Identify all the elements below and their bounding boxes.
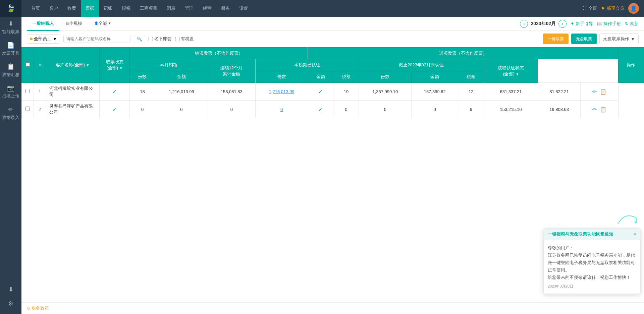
company-name-label: 客户名称(全部) [56, 62, 85, 67]
invoice-summary-icon: 📋 [7, 63, 14, 70]
smart-fetch-icon: ⬇ [8, 20, 13, 27]
sales-invoice-header: 销项发票（不含作废票） [130, 48, 308, 59]
sidebar-item-invoice-summary[interactable]: 📋 票据汇总 [0, 60, 21, 81]
nav-services[interactable]: 服务 [216, 0, 234, 17]
notif-body: 尊敬的用户： 江苏政务网已恢复访问电子税务局功能，易代账一键登陆电子税务局与无盘… [544, 240, 640, 294]
nav-tax[interactable]: 报税 [117, 0, 135, 17]
member-btn[interactable]: ▶ 畅享会员 [601, 5, 624, 11]
row1-edit-btn[interactable]: ✏ [591, 89, 598, 95]
sidebar-item-smart-fetch[interactable]: ⬇ 智能取票 [0, 17, 21, 38]
nav-invoice[interactable]: 票据 [81, 0, 99, 17]
search-button[interactable]: 🔍 [134, 35, 145, 43]
logo-icon: 🍃 [6, 4, 15, 13]
main-table: # 客户名称(全部) ▼ 取票状态 (全部) ▼ 销项发票（不含作废票） 进项发… [21, 47, 644, 118]
tab-small-scale[interactable]: ▤ 小规模 [61, 17, 88, 31]
tab-all[interactable]: 👤 全能 ▼ [89, 17, 117, 31]
footer-bar[interactable]: ⊙ 税务政策 [21, 302, 644, 314]
nav-settings[interactable]: 设置 [234, 0, 253, 17]
nav-messages[interactable]: 消息 [162, 0, 180, 17]
svg-point-0 [635, 221, 637, 224]
row2-certified-tax: 0 [412, 101, 458, 118]
sidebar-item-download[interactable]: ⬇ [0, 282, 21, 297]
sidebar: 🍃 ⬇ 智能取票 📄 发票开具 📋 票据汇总 📷 扫描上传 ✏ 票据录入 ⬇ ⚙ [0, 0, 21, 314]
nav-right: ⛶ 全屏 ▶ 畅享会员 👤 [583, 3, 639, 14]
row1-num: 1 [34, 83, 46, 101]
search-input[interactable] [63, 35, 130, 43]
row1-certified-count: 19 [333, 83, 359, 101]
nav-industry[interactable]: 工商项目 [135, 0, 162, 17]
sidebar-item-data-entry[interactable]: ✏ 票据录入 [0, 103, 21, 124]
data-entry-icon: ✏ [8, 106, 13, 113]
row1-certified-tax: 157,399.62 [412, 83, 458, 101]
filter-bar: 全部员工 ▼ 🔍 名下账套 有税盘 一键取票 无盘取票 无盘取票操作 ▼ [21, 31, 644, 47]
row1-sales-tax: 158,081.83 [208, 83, 255, 101]
notif-header: 一键报税与无盘取票功能恢复通知 × [544, 229, 640, 240]
cert-status-filter-icon[interactable]: ▼ [516, 72, 519, 76]
nav-management[interactable]: 管理 [180, 0, 198, 17]
notif-date: 2023年3月20日 [548, 283, 636, 290]
account-under-name-label[interactable]: 名下账套 [149, 36, 172, 42]
no-disk-fetch-btn[interactable]: 无盘取票 [571, 34, 597, 44]
nav-home[interactable]: 首页 [26, 0, 45, 17]
has-tax-disk-checkbox[interactable] [175, 37, 179, 41]
employee-select[interactable]: 全部员工 ▼ [27, 34, 60, 44]
row2-cert-status: ✓ [308, 101, 333, 118]
row1-fetch-status: ✓ [100, 83, 130, 101]
sidebar-item-label: 发票开具 [2, 50, 19, 56]
certified-header: 本税期已认证 [255, 59, 359, 71]
fetch-status-filter-icon[interactable]: ▼ [119, 66, 123, 70]
table-header-row-1: # 客户名称(全部) ▼ 取票状态 (全部) ▼ 销项发票（不含作废票） 进项发… [22, 48, 644, 59]
small-scale-icon: ▤ [66, 21, 69, 25]
cumulative-header: 连续12个月累计金额 [208, 59, 255, 83]
prev-month-btn[interactable]: ‹ [520, 20, 528, 28]
sidebar-item-label: 扫描上传 [2, 93, 19, 99]
nav-billing[interactable]: 收费 [63, 0, 81, 17]
cert-status-header: 获取认证状态(全部) ▼ [484, 59, 538, 83]
row1-uncert-amount: 631,337.21 [484, 83, 538, 101]
nav-client[interactable]: 客户 [45, 0, 63, 17]
num-header: # [34, 48, 46, 83]
fullscreen-btn[interactable]: ⛶ 全屏 [583, 5, 597, 11]
cert-amount-header: 金额 [308, 71, 333, 83]
row1-company: 河北柯橡胶实业有限公司 [46, 83, 100, 101]
user-avatar[interactable]: 👤 [628, 3, 639, 14]
row1-view-btn[interactable]: 📋 [599, 89, 607, 95]
has-tax-disk-label[interactable]: 有税盘 [175, 36, 194, 42]
row2-checkbox[interactable] [22, 101, 34, 118]
tab-general-taxpayer[interactable]: 一般纳税人 [27, 17, 59, 31]
notif-title: 一键报税与无盘取票功能恢复通知 [548, 231, 613, 237]
cert-tax-header: 税额 [333, 71, 359, 83]
row2-view-btn[interactable]: 📋 [599, 107, 607, 112]
no-disk-ops-btn[interactable]: 无盘取票操作 ▼ [599, 34, 639, 44]
company-filter-icon[interactable]: ▼ [86, 63, 90, 67]
sidebar-item-label: 票据汇总 [2, 72, 19, 78]
table-row: 1 河北柯橡胶实业有限公司 ✓ 18 1,216,013.99 158,081.… [22, 83, 644, 101]
row2-cumulative[interactable]: 0 [255, 101, 308, 118]
new-guide-btn[interactable]: ✦ 新手引导 [571, 21, 593, 27]
notif-body-text: 尊敬的用户： 江苏政务网已恢复访问电子税务局功能，易代账一键登陆电子税务局与无盘… [548, 244, 636, 281]
sidebar-item-settings[interactable]: ⚙ [0, 297, 21, 311]
row2-edit-btn[interactable]: ✏ [591, 107, 598, 112]
filter-right-buttons: 一键取票 无盘取票 无盘取票操作 ▼ [543, 34, 639, 44]
nav-bookkeeping[interactable]: 记账 [99, 0, 117, 17]
tab-actions: ✦ 新手引导 📖 操作手册 ↻ 刷新 [571, 21, 639, 27]
row1-checkbox[interactable] [22, 83, 34, 101]
sidebar-item-invoice-open[interactable]: 📄 发票开具 [0, 38, 21, 60]
nav-operations[interactable]: 经营 [198, 0, 216, 17]
fetch-status-header: 取票状态 (全部) ▼ [100, 48, 130, 83]
table-body: 1 河北柯橡胶实业有限公司 ✓ 18 1,216,013.99 158,081.… [22, 83, 644, 118]
refresh-btn[interactable]: ↻ 刷新 [625, 21, 639, 27]
checkbox-header[interactable] [22, 48, 34, 83]
select-all-checkbox[interactable] [25, 62, 30, 67]
sidebar-item-scan-upload[interactable]: 📷 扫描上传 [0, 81, 21, 103]
next-month-btn[interactable]: › [558, 20, 567, 28]
tax-policy-label[interactable]: ⊙ 税务政策 [27, 306, 49, 311]
notif-close-btn[interactable]: × [633, 231, 636, 237]
row1-uncert-count: 12 [458, 83, 484, 101]
row1-cumulative[interactable]: 1,216,013.99 [255, 83, 308, 101]
account-under-name-checkbox[interactable] [149, 37, 153, 41]
date-nav: ‹ 2023年02月 › [520, 20, 567, 28]
row2-sales-amount: 0 [155, 101, 208, 118]
manual-btn[interactable]: 📖 操作手册 [597, 21, 621, 27]
one-click-fetch-btn[interactable]: 一键取票 [543, 34, 569, 44]
